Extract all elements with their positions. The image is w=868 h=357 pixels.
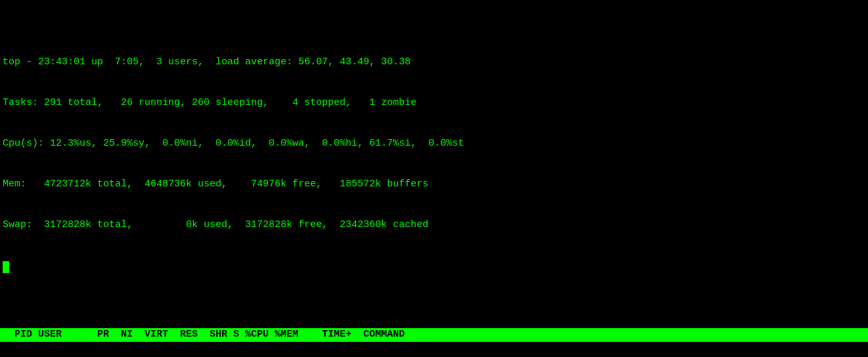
tasks-line: Tasks: 291 total, 26 running, 260 sleepi… [3,96,865,110]
cursor-line [3,259,865,272]
terminal: top - 23:43:01 up 7:05, 3 users, load av… [0,0,868,357]
swap-line: Swap: 3172828k total, 0k used, 3172828k … [3,219,865,232]
status-line-1: top - 23:43:01 up 7:05, 3 users, load av… [3,56,865,70]
table-header: PID USER PR NI VIRT RES SHR S %CPU %MEM … [0,328,868,342]
header-section: top - 23:43:01 up 7:05, 3 users, load av… [0,27,868,301]
cpu-line: Cpu(s): 12.3%us, 25.9%sy, 0.0%ni, 0.0%id… [3,137,865,151]
mem-line: Mem: 4723712k total, 4648736k used, 7497… [3,178,865,192]
cursor [3,261,9,273]
